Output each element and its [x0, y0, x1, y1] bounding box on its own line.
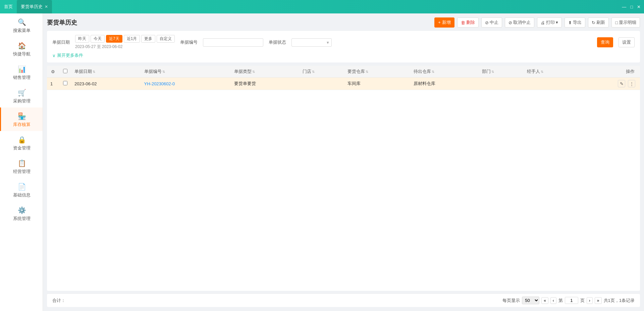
export-label: 导出 — [573, 19, 582, 26]
td-date: 2023-06-02 — [71, 78, 141, 90]
toolbar: + 新增 🗑 删除 ⊘ 中止 ⊘ 取消中止 🖨 打印 ▾ — [434, 17, 640, 28]
maximize-button[interactable]: □ — [630, 4, 633, 9]
td-req-warehouse: 车间库 — [344, 78, 410, 90]
sidebar-item-label: 库存核算 — [13, 122, 31, 128]
sales-icon: 📊 — [18, 65, 26, 73]
show-detail-button[interactable]: □ 显示明细 — [611, 17, 640, 28]
td-handler — [524, 78, 579, 90]
sidebar-item-basic-info[interactable]: 📄 基础信息 — [0, 178, 43, 202]
cancel-stop-icon: ⊘ — [508, 20, 512, 25]
purchase-icon: 🛒 — [18, 89, 26, 97]
date-buttons-group: 昨天 今天 近7天 近1月 更多 自定义 — [75, 35, 175, 43]
sidebar-item-label: 经营管理 — [13, 169, 31, 175]
th-actions: 操作 — [579, 66, 640, 78]
print-icon: 🖨 — [541, 20, 545, 25]
tab-home[interactable]: 首页 — [0, 0, 17, 13]
sidebar-item-search-menu[interactable]: 🔍 搜索菜单 — [0, 13, 43, 37]
sidebar-item-label: 基础信息 — [13, 192, 31, 198]
sidebar-item-system-mgmt[interactable]: ⚙️ 系统管理 — [0, 202, 43, 225]
sidebar-item-quick-nav[interactable]: 🏠 快捷导航 — [0, 37, 43, 60]
sort-dept-icon[interactable]: ⇅ — [491, 70, 494, 74]
table-header-row: ⚙ 单据日期⇅ 单据编号⇅ 单据类型⇅ 门店⇅ 要货仓库⇅ 待出仓库⇅ 部门⇅ … — [47, 66, 640, 78]
td-pending-warehouse: 原材料仓库 — [410, 78, 479, 90]
date-btn-1month[interactable]: 近1月 — [124, 35, 140, 43]
status-select-wrapper — [291, 38, 332, 47]
settings-button[interactable]: 设置 — [619, 37, 635, 47]
print-button[interactable]: 🖨 打印 ▾ — [537, 17, 562, 28]
sort-orderno-icon[interactable]: ⇅ — [162, 70, 165, 74]
date-btn-more[interactable]: 更多 — [141, 35, 155, 43]
td-order-no: YH-20230602-0 — [141, 78, 231, 90]
row-edit-icon[interactable]: ✎ — [618, 80, 625, 87]
date-filter-label: 单据日期 — [52, 39, 70, 45]
sort-type-icon[interactable]: ⇅ — [252, 70, 255, 74]
table-row: 1 2023-06-02 YH-20230602-0 要货单要货 车间库 原材料… — [47, 78, 640, 90]
tab-close-icon[interactable]: ✕ — [45, 4, 48, 9]
stop-button[interactable]: ⊘ 中止 — [481, 17, 502, 28]
page-suffix: 页 — [580, 298, 585, 304]
td-department — [479, 78, 524, 90]
date-btn-custom[interactable]: 自定义 — [157, 35, 175, 43]
system-icon: ⚙️ — [18, 206, 26, 214]
query-button-label: 查询 — [601, 39, 609, 45]
sidebar-item-label: 系统管理 — [13, 216, 31, 222]
th-pending-warehouse: 待出仓库⇅ — [410, 66, 479, 78]
stop-label: 中止 — [490, 19, 498, 26]
row-checkbox[interactable] — [63, 81, 67, 85]
settings-button-label: 设置 — [622, 39, 631, 45]
sort-date-icon[interactable]: ⇅ — [93, 70, 95, 74]
td-store — [299, 78, 344, 90]
sort-store-icon[interactable]: ⇅ — [312, 70, 315, 74]
th-department: 部门⇅ — [479, 66, 524, 78]
th-settings[interactable]: ⚙ — [47, 66, 59, 78]
delete-icon: 🗑 — [461, 20, 465, 25]
new-button[interactable]: + 新增 — [434, 17, 454, 28]
query-button[interactable]: 查询 — [597, 37, 613, 47]
order-no-input[interactable] — [203, 38, 263, 47]
row-more-icon[interactable]: ⋮ — [628, 80, 635, 87]
next-page-button[interactable]: › — [587, 297, 593, 304]
per-page-select[interactable]: 50 20 100 — [522, 297, 539, 304]
td-actions: ✎ ⋮ — [579, 78, 640, 90]
cancel-stop-button[interactable]: ⊘ 取消中止 — [505, 17, 534, 28]
refresh-button[interactable]: ↻ 刷新 — [588, 17, 609, 28]
expand-more-label: 展开更多条件 — [57, 52, 83, 58]
refresh-icon: ↻ — [592, 20, 595, 25]
th-checkbox[interactable] — [59, 66, 71, 78]
page-header: 要货单历史 + 新增 🗑 删除 ⊘ 中止 ⊘ 取消中止 — [47, 17, 640, 28]
sidebar-item-purchase-mgmt[interactable]: 🛒 采购管理 — [0, 84, 43, 107]
date-btn-today[interactable]: 今天 — [91, 35, 105, 43]
date-btn-yesterday[interactable]: 昨天 — [75, 35, 89, 43]
delete-button[interactable]: 🗑 删除 — [457, 17, 479, 28]
export-button[interactable]: ⬆ 导出 — [565, 17, 585, 28]
sidebar-item-label: 销售管理 — [13, 75, 31, 81]
expand-more-button[interactable]: ∨ 展开更多条件 — [52, 52, 635, 58]
th-handler: 经手人⇅ — [524, 66, 579, 78]
sidebar-item-sales-mgmt[interactable]: 📊 销售管理 — [0, 60, 43, 84]
order-no-link[interactable]: YH-20230602-0 — [144, 81, 175, 86]
status-select[interactable] — [291, 38, 332, 47]
sort-pendwh-icon[interactable]: ⇅ — [432, 70, 434, 74]
window-close-button[interactable]: ✕ — [637, 4, 641, 9]
operations-icon: 📋 — [18, 159, 26, 167]
td-checkbox[interactable] — [59, 78, 71, 90]
first-page-button[interactable]: « — [541, 297, 548, 304]
show-detail-label: 显示明细 — [619, 19, 636, 26]
prev-page-button[interactable]: ‹ — [550, 297, 556, 304]
sidebar-item-finance-mgmt[interactable]: 🔒 资金管理 — [0, 131, 43, 154]
minimize-button[interactable]: — — [622, 4, 626, 9]
sort-reqwh-icon[interactable]: ⇅ — [366, 70, 368, 74]
tab-requisition-history[interactable]: 要货单历史 ✕ — [17, 0, 52, 13]
th-order-no: 单据编号⇅ — [141, 66, 231, 78]
print-label: 打印 ▾ — [546, 19, 558, 26]
sidebar-item-inventory[interactable]: 🏪 库存核算 — [0, 107, 43, 131]
date-btn-7days[interactable]: 近7天 — [106, 35, 122, 43]
last-page-button[interactable]: » — [595, 297, 602, 304]
stop-icon: ⊘ — [485, 20, 489, 25]
page-number-input[interactable] — [565, 297, 578, 304]
sidebar-item-operations-mgmt[interactable]: 📋 经营管理 — [0, 154, 43, 178]
sidebar-item-label: 采购管理 — [13, 98, 31, 104]
refresh-label: 刷新 — [596, 19, 605, 26]
sort-handler-icon[interactable]: ⇅ — [541, 70, 543, 74]
select-all-checkbox[interactable] — [63, 69, 67, 73]
